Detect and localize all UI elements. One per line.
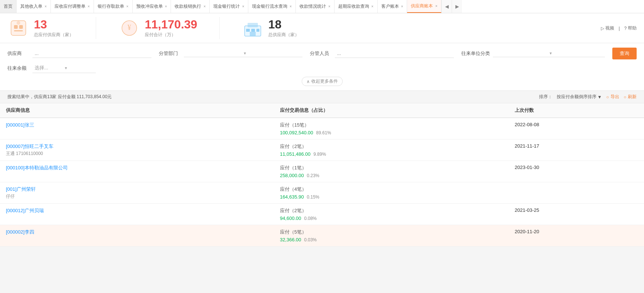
nav-tab-supplier[interactable]: 供应商账本 ×	[407, 0, 441, 13]
nav-tab-cash-stat[interactable]: 现金银行统计 ×	[210, 0, 248, 13]
collapse-button[interactable]: ∧ 收起更多条件	[302, 77, 343, 86]
nav-next-arrow[interactable]: ▶	[452, 0, 462, 13]
amount-link[interactable]: 32,366.00	[280, 237, 301, 242]
dept-select[interactable]: ▼	[184, 50, 303, 57]
balance-filter: 往来余额 选择... ▼	[7, 63, 96, 73]
supplier-link[interactable]: [000007]恒旺二手叉车	[6, 144, 53, 149]
trans-info-cell: 应付（2笔）94,600.000.08%	[274, 204, 509, 225]
person-filter-label: 分管人员	[310, 50, 332, 57]
amount-link[interactable]: 258,000.00	[280, 173, 304, 178]
results-bar: 搜索结果中，供应商13家 应付金额 111,703,854.00元 排序： 按应…	[0, 91, 644, 103]
last-pay-cell: 2021-03-25	[509, 204, 644, 225]
close-collect-tab[interactable]: ×	[203, 4, 206, 8]
nav-tab-overdue[interactable]: 超期应收款查询 ×	[335, 0, 378, 13]
help-video-link[interactable]: ▷ 视频	[601, 25, 614, 31]
nav-tab-ar-adjust[interactable]: 应收应付调整单 ×	[51, 0, 94, 13]
table-row: [000007]恒旺二手叉车王通 17106110000应付（2笔）11,051…	[0, 139, 644, 161]
stat-divider-2	[219, 17, 220, 39]
amount-link[interactable]: 100,092,540.00	[280, 130, 313, 135]
sort-select[interactable]: 按应付余额倒序排序 ▼	[557, 94, 602, 100]
close-customer-tab[interactable]: ×	[401, 4, 403, 8]
filter-area: 供应商 分管部门 ▼ 分管人员 往来单位分类 ▼ 查询 往来余额 选择	[0, 43, 644, 91]
close-cash-flow-tab[interactable]: ×	[290, 4, 292, 8]
supplier-info-cell: [000007]恒旺二手叉车王通 17106110000	[0, 139, 274, 161]
supplier-info-cell: [001]广州荣轩仔仔	[0, 182, 274, 204]
supplier-link[interactable]: [000001]张三	[6, 122, 34, 128]
last-pay-cell: 2022-08-08	[509, 118, 644, 139]
search-button[interactable]: 查询	[612, 48, 637, 59]
supplier-link[interactable]: [000100]本特勒油品有限公司	[6, 165, 68, 170]
supplier-link[interactable]: [000012]广州贝瑞	[6, 208, 44, 213]
stat-payable-suppliers: 13 总应付供应商（家）	[7, 17, 74, 39]
payable-amount-icon: ¥	[118, 17, 140, 39]
nav-tab-customer[interactable]: 客户账本 ×	[378, 0, 407, 13]
last-pay-cell	[509, 182, 644, 204]
dept-filter-label: 分管部门	[159, 50, 181, 57]
payable-suppliers-label: 总应付供应商（家）	[34, 32, 74, 38]
close-collect-stat-tab[interactable]: ×	[328, 4, 330, 8]
trans-label: 应付	[280, 144, 290, 149]
close-cash-stat-tab[interactable]: ×	[242, 4, 244, 8]
close-advance-tab[interactable]: ×	[165, 4, 167, 8]
trans-count: （15笔）	[290, 122, 309, 128]
nav-tab-bank[interactable]: 银行存取款单 ×	[94, 0, 133, 13]
supplier-link[interactable]: [000002]李四	[6, 229, 34, 235]
amount-pct: 0.15%	[307, 194, 319, 200]
amount-pct: 9.89%	[314, 152, 326, 157]
close-ar-adjust-tab[interactable]: ×	[88, 4, 90, 8]
svg-rect-10	[251, 29, 255, 32]
category-filter: 往来单位分类 ▼	[461, 50, 605, 57]
nav-tab-cash-flow[interactable]: 现金银行流水查询 ×	[248, 0, 296, 13]
last-pay-cell: 2020-11-20	[509, 225, 644, 247]
refresh-icon: ○	[624, 94, 626, 100]
trans-info-cell: 应付（5笔）32,366.000.03%	[274, 225, 509, 247]
amount-link[interactable]: 164,635.90	[280, 194, 304, 200]
nav-tab-home[interactable]: 首页	[0, 0, 17, 13]
table-row: [000100]本特勒油品有限公司应付（1笔）258,000.000.23%20…	[0, 161, 644, 182]
nav-prev-arrow[interactable]: ◀	[441, 0, 452, 13]
amount-pct: 0.03%	[304, 237, 317, 242]
supplier-sub-info: 王通 17106110000	[6, 151, 268, 157]
amount-link[interactable]: 94,600.00	[280, 216, 301, 221]
person-input[interactable]	[335, 49, 454, 58]
svg-rect-9	[246, 29, 250, 32]
export-icon: ○	[606, 94, 609, 100]
collapse-icon: ∧	[307, 79, 310, 84]
svg-text:¥: ¥	[127, 23, 131, 31]
balance-filter-label: 往来余额	[7, 65, 29, 72]
payable-suppliers-icon	[7, 17, 29, 39]
balance-select[interactable]: 选择... ▼	[32, 63, 96, 73]
category-select[interactable]: ▼	[493, 50, 605, 57]
trans-info-cell: 应付（15笔）100,092,540.0089.61%	[274, 118, 509, 139]
stat-payable-amount: ¥ 11,170.39 应付合计（万）	[118, 17, 197, 39]
nav-tab-other[interactable]: 其他收入单 ×	[17, 0, 51, 13]
amount-pct: 0.08%	[304, 216, 317, 221]
payable-amount-label: 应付合计（万）	[145, 32, 197, 38]
supplier-filter: 供应商	[7, 49, 151, 58]
trans-info-cell: 应付（1笔）258,000.000.23%	[274, 161, 509, 182]
supplier-input[interactable]	[32, 49, 151, 58]
trans-info-cell: 应付（4笔）164,635.900.15%	[274, 182, 509, 204]
supplier-link[interactable]: [001]广州荣轩	[6, 186, 36, 192]
stat-help-area: ▷ 视频 | ? 帮助	[601, 25, 637, 31]
supplier-info-cell: [000002]李四	[0, 225, 274, 247]
nav-tab-collect-verify[interactable]: 收款核销执行 ×	[171, 0, 210, 13]
filter-row-2: 往来余额 选择... ▼	[7, 63, 637, 73]
trans-info-cell: 应付（2笔）11,051,486.009.89%	[274, 139, 509, 161]
close-supplier-tab[interactable]: ×	[435, 4, 437, 8]
nav-tab-collect-stat[interactable]: 收款情况统计 ×	[296, 0, 335, 13]
close-bank-tab[interactable]: ×	[126, 4, 129, 8]
close-overdue-tab[interactable]: ×	[371, 4, 374, 8]
trans-label: 应付	[280, 186, 290, 192]
export-button[interactable]: ○ 导出	[606, 94, 619, 100]
total-suppliers-number: 18	[268, 18, 299, 30]
filter-row-1: 供应商 分管部门 ▼ 分管人员 往来单位分类 ▼ 查询	[7, 48, 637, 59]
help-icon: ?	[624, 25, 627, 31]
nav-tab-advance[interactable]: 预收冲应收单 ×	[133, 0, 171, 13]
refresh-button[interactable]: ○ 刷新	[624, 94, 637, 100]
video-icon: ▷	[601, 25, 604, 31]
amount-link[interactable]: 11,051,486.00	[280, 151, 311, 157]
help-doc-link[interactable]: ? 帮助	[624, 25, 637, 31]
close-other-tab[interactable]: ×	[45, 4, 47, 8]
trans-count: （1笔）	[290, 165, 307, 170]
